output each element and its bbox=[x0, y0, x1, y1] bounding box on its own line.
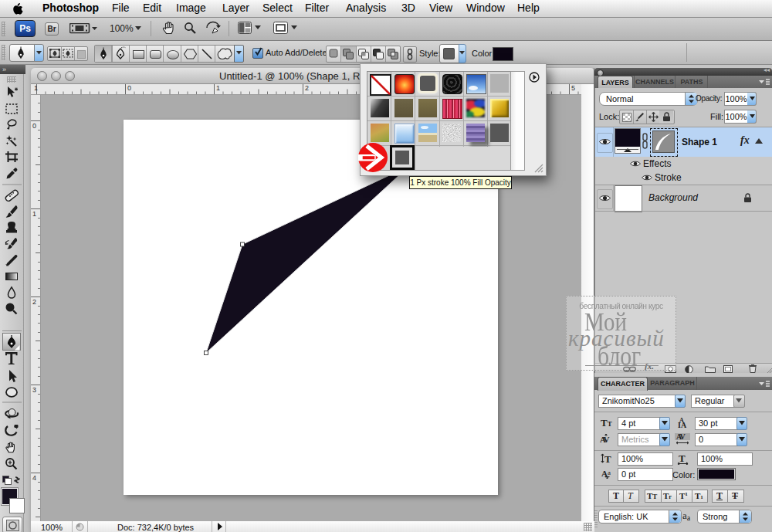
svg-text:AV: AV bbox=[676, 433, 686, 441]
svg-text:T: T bbox=[679, 452, 686, 464]
svg-text:IA: IA bbox=[678, 421, 687, 429]
svg-text:T: T bbox=[604, 453, 611, 465]
svg-text:a: a bbox=[608, 469, 611, 476]
svg-text:AV: AV bbox=[600, 435, 610, 444]
